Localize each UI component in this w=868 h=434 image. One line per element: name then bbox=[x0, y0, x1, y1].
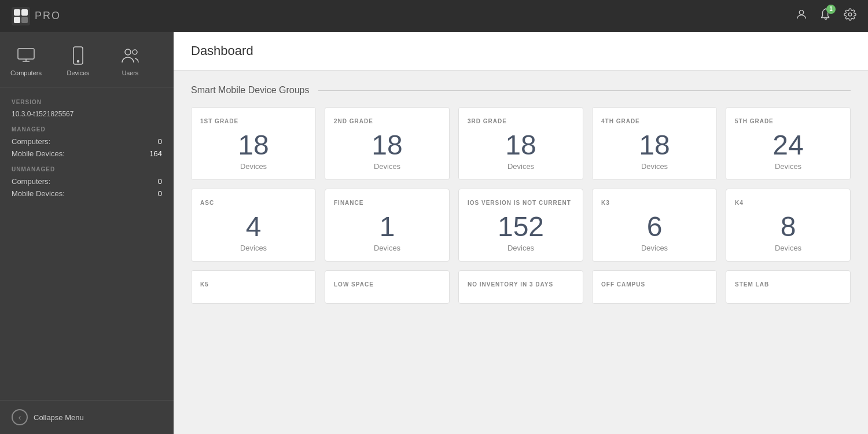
card-sublabel-finance: Devices bbox=[374, 244, 400, 252]
unmanaged-mobile-label: Mobile Devices: bbox=[12, 189, 65, 198]
card-count-3rd-grade: 18 bbox=[505, 131, 536, 159]
managed-label: MANAGED bbox=[12, 126, 162, 133]
card-stem-lab[interactable]: STEM LAB bbox=[726, 270, 851, 304]
svg-rect-4 bbox=[21, 17, 28, 23]
jamf-logo-icon bbox=[12, 7, 30, 25]
dashboard-header: Dashboard bbox=[174, 32, 868, 71]
managed-mobile-label: Mobile Devices: bbox=[12, 149, 65, 158]
card-sublabel-5th-grade: Devices bbox=[775, 162, 801, 171]
section-header: Smart Mobile Device Groups bbox=[191, 85, 851, 95]
card-sublabel-4th-grade: Devices bbox=[641, 162, 668, 171]
unmanaged-computers-row: Computers: 0 bbox=[12, 177, 162, 186]
card-count-asc: 4 bbox=[246, 213, 262, 241]
card-label-ios-not-current: IOS VERSION IS NOT CURRENT bbox=[468, 200, 574, 206]
card-count-k3: 6 bbox=[647, 213, 663, 241]
card-count-4th-grade: 18 bbox=[639, 131, 670, 159]
svg-point-11 bbox=[133, 50, 137, 54]
sidebar-item-computers[interactable]: Computers bbox=[0, 41, 52, 81]
user-icon[interactable] bbox=[795, 8, 808, 24]
card-sublabel-k4: Devices bbox=[775, 244, 801, 252]
collapse-label: Collapse Menu bbox=[34, 413, 84, 422]
svg-point-9 bbox=[78, 61, 79, 62]
topbar: PRO 1 bbox=[0, 0, 868, 32]
cards-row-2: ASC4DevicesFINANCE1DevicesIOS VERSION IS… bbox=[191, 189, 851, 262]
sidebar-info: VERSION 10.3.0-t1521825567 MANAGED Compu… bbox=[0, 87, 174, 400]
card-label-1st-grade: 1ST GRADE bbox=[200, 118, 307, 124]
card-body-ios-not-current: 152Devices bbox=[468, 213, 574, 252]
collapse-menu-button[interactable]: ‹ Collapse Menu bbox=[0, 400, 174, 434]
card-5th-grade[interactable]: 5TH GRADE24Devices bbox=[726, 107, 851, 180]
settings-icon[interactable] bbox=[844, 8, 856, 24]
managed-computers-value: 0 bbox=[158, 137, 162, 146]
card-3rd-grade[interactable]: 3RD GRADE18Devices bbox=[458, 107, 583, 180]
card-finance[interactable]: FINANCE1Devices bbox=[325, 189, 450, 262]
notification-icon[interactable]: 1 bbox=[819, 8, 832, 24]
unmanaged-computers-label: Computers: bbox=[12, 177, 50, 186]
computers-label: Computers bbox=[10, 69, 42, 76]
logo-pro-text: PRO bbox=[35, 10, 61, 22]
computer-icon bbox=[16, 45, 36, 66]
card-body-5th-grade: 24Devices bbox=[735, 131, 841, 171]
topbar-actions: 1 bbox=[795, 8, 856, 24]
card-label-finance: FINANCE bbox=[334, 200, 440, 206]
svg-point-6 bbox=[848, 13, 852, 16]
sidebar-item-users[interactable]: Users bbox=[104, 41, 156, 81]
card-1st-grade[interactable]: 1ST GRADE18Devices bbox=[191, 107, 316, 180]
section-divider bbox=[318, 90, 851, 91]
card-body-3rd-grade: 18Devices bbox=[468, 131, 574, 171]
card-count-finance: 1 bbox=[380, 213, 395, 241]
card-ios-not-current[interactable]: IOS VERSION IS NOT CURRENT152Devices bbox=[458, 189, 583, 262]
users-label: Users bbox=[122, 69, 139, 76]
card-2nd-grade[interactable]: 2ND GRADE18Devices bbox=[325, 107, 450, 180]
svg-rect-1 bbox=[14, 9, 20, 16]
card-body-k4: 8Devices bbox=[735, 213, 841, 252]
card-k3[interactable]: K36Devices bbox=[592, 189, 717, 262]
card-sublabel-1st-grade: Devices bbox=[240, 162, 267, 171]
unmanaged-label: UNMANAGED bbox=[12, 166, 162, 172]
section-title: Smart Mobile Device Groups bbox=[191, 85, 310, 95]
managed-mobile-value: 164 bbox=[149, 149, 162, 158]
version-label: VERSION bbox=[12, 99, 162, 105]
page-title: Dashboard bbox=[191, 43, 851, 58]
card-asc[interactable]: ASC4Devices bbox=[191, 189, 316, 262]
sidebar-item-devices[interactable]: Devices bbox=[52, 41, 104, 81]
card-label-5th-grade: 5TH GRADE bbox=[735, 118, 841, 124]
sidebar: Computers Devices Users V bbox=[0, 32, 174, 434]
managed-computers-label: Computers: bbox=[12, 137, 50, 146]
svg-point-10 bbox=[125, 49, 131, 55]
cards-row-1: 1ST GRADE18Devices2ND GRADE18Devices3RD … bbox=[191, 107, 851, 180]
card-sublabel-2nd-grade: Devices bbox=[374, 162, 400, 171]
card-4th-grade[interactable]: 4TH GRADE18Devices bbox=[592, 107, 717, 180]
nav-icons: Computers Devices Users bbox=[0, 32, 174, 87]
card-count-1st-grade: 18 bbox=[238, 131, 269, 159]
card-label-k3: K3 bbox=[601, 200, 708, 206]
card-body-1st-grade: 18Devices bbox=[200, 131, 307, 171]
card-body-k3: 6Devices bbox=[601, 213, 708, 252]
unmanaged-mobile-row: Mobile Devices: 0 bbox=[12, 189, 162, 198]
card-count-ios-not-current: 152 bbox=[498, 213, 544, 241]
svg-rect-3 bbox=[14, 17, 20, 23]
card-count-k4: 8 bbox=[781, 213, 796, 241]
card-body-finance: 1Devices bbox=[334, 213, 440, 252]
dashboard-body: Smart Mobile Device Groups 1ST GRADE18De… bbox=[174, 71, 868, 434]
card-off-campus[interactable]: OFF CAMPUS bbox=[592, 270, 717, 304]
card-body-2nd-grade: 18Devices bbox=[334, 131, 440, 171]
card-sublabel-3rd-grade: Devices bbox=[507, 162, 534, 171]
card-label-4th-grade: 4TH GRADE bbox=[601, 118, 708, 124]
version-value: 10.3.0-t1521825567 bbox=[12, 110, 162, 118]
card-body-4th-grade: 18Devices bbox=[601, 131, 708, 171]
card-k5[interactable]: K5 bbox=[191, 270, 316, 304]
unmanaged-computers-value: 0 bbox=[158, 177, 162, 186]
card-k4[interactable]: K48Devices bbox=[726, 189, 851, 262]
svg-rect-7 bbox=[18, 49, 34, 59]
card-sublabel-ios-not-current: Devices bbox=[507, 244, 534, 252]
logo: PRO bbox=[12, 7, 61, 25]
card-label-k4: K4 bbox=[735, 200, 841, 206]
card-no-inventory[interactable]: NO INVENTORY IN 3 DAYS bbox=[458, 270, 583, 304]
card-count-2nd-grade: 18 bbox=[372, 131, 402, 159]
card-low-space[interactable]: LOW SPACE bbox=[325, 270, 450, 304]
card-label-2nd-grade: 2ND GRADE bbox=[334, 118, 440, 124]
card-label-3rd-grade: 3RD GRADE bbox=[468, 118, 574, 124]
card-body-asc: 4Devices bbox=[200, 213, 307, 252]
card-label-no-inventory: NO INVENTORY IN 3 DAYS bbox=[468, 281, 574, 288]
